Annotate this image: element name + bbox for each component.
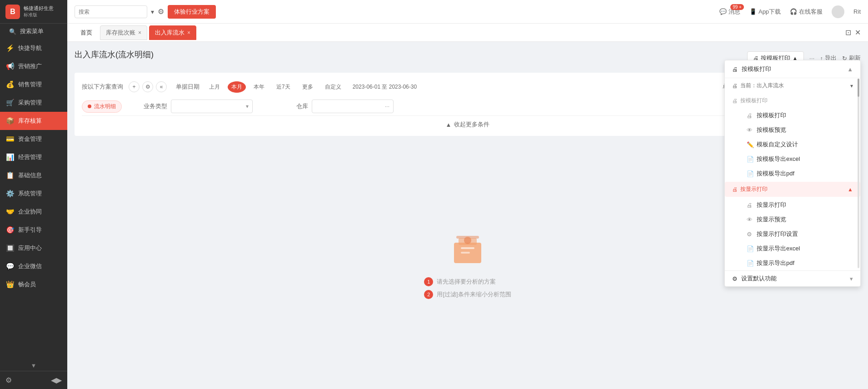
date-btn-custom[interactable]: 自定义 [321,81,345,93]
sidebar-item-operation[interactable]: 📊 经营管理 [0,148,67,166]
biz-type-field: 业务类型 ▾ [144,100,253,113]
sidebar-footer: ⚙ ◀▶ [0,371,67,389]
display-settings-icon: ⚙ [747,231,753,237]
app-center-icon: 🔲 [5,244,15,253]
template-section-icon: 🖨 [732,98,738,104]
tab-close-all-icon[interactable]: ✕ [855,28,861,37]
display-section-icon: 🖨 [732,186,738,193]
empty-steps: 1 请先选择要分析的方案 2 用[过滤]条件来缩小分析范围 [424,277,511,299]
dropdown-template-custom[interactable]: ✏️ 模板自定义设计 [725,137,860,152]
sidebar-item-purchase[interactable]: 🛒 采购管理 [0,94,67,112]
empty-illustration [445,224,490,270]
sidebar-item-inventory[interactable]: 📦 库存核算 [0,112,67,130]
tab-actions: ⊡ ✕ [845,28,861,37]
sidebar: B 畅捷通好生意 标准版 🔍 搜索菜单 ⚡ 快捷导航 📢 营销推广 💰 销售管理… [0,0,67,389]
dropdown-template-preview[interactable]: 👁 按模板预览 [725,123,860,137]
sidebar-item-finance[interactable]: 💳 资金管理 [0,130,67,148]
warehouse-select[interactable]: ··· [312,100,394,113]
industry-solution-button[interactable]: 体验行业方案 [168,5,216,19]
sidebar-collapse-icon[interactable]: ◀▶ [51,376,62,384]
svg-rect-3 [461,247,474,249]
sidebar-scroll-down[interactable]: ▼ [0,360,67,371]
empty-step-1: 1 请先选择要分析的方案 [424,277,511,286]
dropdown-collapse-icon[interactable]: ▲ [847,66,853,73]
dropdown-footer-arrow[interactable]: ▾ [850,275,853,282]
sidebar-item-app-center[interactable]: 🔲 应用中心 [0,239,67,257]
step2-num: 2 [424,290,433,299]
date-btn-this-month[interactable]: 本月 [228,81,246,93]
dropdown-display-export-excel[interactable]: 📄 按显示导出excel [725,241,860,256]
tab-close-inout-flow[interactable]: × [187,30,190,36]
sidebar-item-basic[interactable]: 📋 基础信息 [0,166,67,185]
sidebar-search-menu[interactable]: 🔍 搜索菜单 [0,24,67,39]
dropdown-current-item[interactable]: 🖨 当前：出入库流水 ▾ [725,78,860,93]
sidebar-item-marketing[interactable]: 📢 营销推广 [0,57,67,75]
tab-close-batch-account[interactable]: × [138,30,141,36]
date-btn-last-month[interactable]: 上月 [205,81,224,93]
date-filters: 上月 本月 本年 近7天 更多 自定义 2023-06-01 至 2023-06… [205,81,417,93]
collapse-scheme-button[interactable]: « [156,81,167,92]
dropdown-display-print[interactable]: 🖨 按显示打印 [725,198,860,212]
topbar-username[interactable]: Rit [853,8,861,15]
topbar-message-button[interactable]: 💬 消息 99 + [719,8,740,16]
biz-type-select[interactable]: ▾ [171,100,253,113]
default-setting-icon: ⚙ [732,275,738,282]
topbar-service-button[interactable]: 🎧 在线客服 [790,8,823,16]
sidebar-item-wechat[interactable]: 💬 企业微信 [0,257,67,275]
tab-inout-flow[interactable]: 出入库流水 × [149,25,196,40]
sales-icon: 💰 [5,80,15,89]
tab-home[interactable]: 首页 [75,25,98,40]
sidebar-item-member[interactable]: 👑 畅会员 [0,275,67,294]
display-print-icon: 🖨 [747,202,753,208]
purchase-icon: 🛒 [5,98,15,107]
dropdown-template-print[interactable]: 🖨 按模板打印 [725,108,860,123]
svg-rect-5 [456,236,479,239]
search-icon: 🔍 [9,28,16,35]
topbar-avatar[interactable] [832,5,844,18]
dropdown-display-export-pdf[interactable]: 📄 按显示导出pdf [725,256,860,270]
dropdown-template-export-pdf[interactable]: 📄 按模板导出pdf [725,166,860,181]
tag-dot [88,105,91,108]
sidebar-logo: B 畅捷通好生意 标准版 [0,0,67,24]
dropdown-display-print-settings[interactable]: ⚙ 按显示打印设置 [725,227,860,241]
display-section-arrow: ▲ [848,186,853,193]
sidebar-item-system[interactable]: ⚙️ 系统管理 [0,185,67,203]
sidebar-item-corp[interactable]: 🤝 企业协同 [0,203,67,221]
message-icon: 💬 [719,8,727,15]
dropdown-current-arrow: ▾ [850,83,853,89]
dropdown-template-export-excel[interactable]: 📄 按模板导出excel [725,152,860,166]
date-btn-7days[interactable]: 近7天 [272,81,294,93]
date-filter-label: 单据日期 [176,83,200,91]
warehouse-arrow-icon: ··· [385,103,389,110]
tab-batch-account[interactable]: 库存批次账 × [100,25,147,40]
template-excel-icon: 📄 [747,156,753,162]
date-btn-this-year[interactable]: 本年 [249,81,269,93]
dropdown-footer: ⚙ 设置默认功能 ▾ [725,270,860,286]
operation-icon: 📊 [5,153,15,162]
print-dropdown-panel: 🖨 按模板打印 ▲ 🖨 当前：出入库流水 ▾ 🖨 按模板打印 🖨 按模板打印 [724,60,861,287]
dropdown-current-icon: 🖨 [732,83,738,89]
corp-icon: 🤝 [5,207,15,216]
sidebar-item-sales[interactable]: 💰 销售管理 [0,75,67,94]
template-print-icon: 🖨 [747,112,753,119]
config-scheme-button[interactable]: ⚙ [142,81,153,92]
sidebar-item-guide[interactable]: 🎯 新手引导 [0,221,67,239]
dropdown-scrollbar[interactable] [858,79,859,268]
dropdown-display-preview[interactable]: 👁 按显示预览 [725,212,860,227]
filter-scheme-actions: + ⚙ « [129,81,167,92]
sidebar-nav: ⚡ 快捷导航 📢 营销推广 💰 销售管理 🛒 采购管理 📦 库存核算 💳 资金管… [0,39,67,360]
topbar-search-input[interactable] [75,5,147,18]
topbar-dropdown-arrow[interactable]: ▾ [151,8,154,15]
sidebar-settings-icon[interactable]: ⚙ [5,376,12,384]
tab-restore-icon[interactable]: ⊡ [845,28,851,37]
wechat-icon: 💬 [5,262,15,271]
add-scheme-button[interactable]: + [129,81,140,92]
sidebar-item-quick-nav[interactable]: ⚡ 快捷导航 [0,39,67,57]
dropdown-scrollbar-thumb[interactable] [858,79,859,97]
date-btn-more[interactable]: 更多 [298,81,317,93]
topbar-app-download-button[interactable]: 📱 App下载 [749,8,781,16]
dropdown-default-setting[interactable]: ⚙ 设置默认功能 [732,274,777,283]
topbar-gear-icon[interactable]: ⚙ [158,7,164,16]
active-filter-tag[interactable]: 流水明细 [82,100,122,113]
page-title: 出入库流水(流水明细) [75,49,154,60]
